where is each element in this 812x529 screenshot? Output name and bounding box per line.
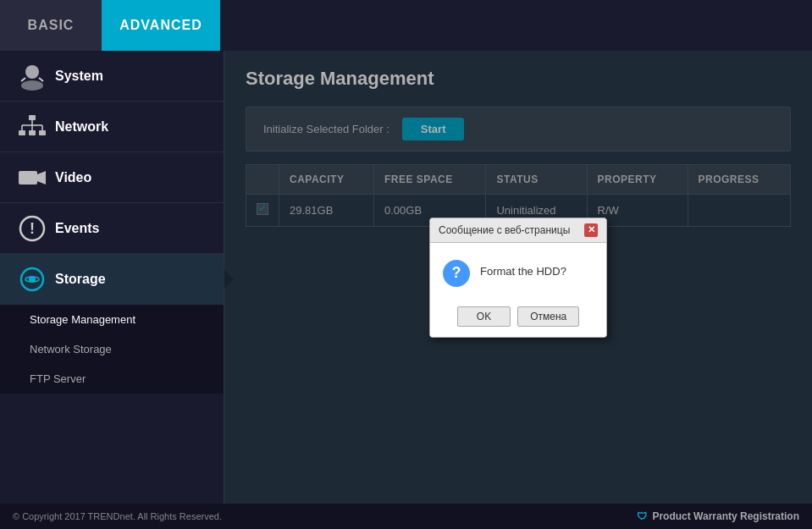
sidebar-item-events[interactable]: ! Events — [0, 203, 224, 254]
submenu-ftp-server[interactable]: FTP Server — [0, 364, 224, 394]
svg-rect-7 — [39, 130, 46, 135]
main-layout: System Network — [0, 51, 812, 504]
sidebar-item-video[interactable]: Video — [0, 152, 224, 203]
sidebar-item-system[interactable]: System — [0, 51, 224, 102]
svg-rect-6 — [29, 130, 36, 135]
footer: © Copyright 2017 TRENDnet. All Rights Re… — [0, 504, 812, 529]
modal-title-bar: Сообщение с веб-страницы ✕ — [430, 218, 606, 243]
svg-line-3 — [39, 78, 43, 81]
modal-body: ? Format the HDD? — [430, 243, 606, 300]
tab-advanced[interactable]: ADVANCED — [102, 0, 220, 51]
sidebar: System Network — [0, 51, 224, 504]
modal-title: Сообщение с веб-страницы — [439, 224, 570, 236]
svg-rect-4 — [29, 115, 36, 120]
modal-cancel-button[interactable]: Отмена — [517, 306, 579, 327]
modal-dialog: Сообщение с веб-страницы ✕ ? Format the … — [429, 218, 607, 338]
footer-warranty[interactable]: 🛡 Product Warranty Registration — [637, 510, 799, 522]
svg-marker-14 — [37, 171, 46, 185]
video-icon — [13, 158, 51, 196]
events-icon: ! — [13, 209, 51, 247]
footer-copyright: © Copyright 2017 TRENDnet. All Rights Re… — [13, 511, 222, 521]
modal-footer: OK Отмена — [430, 300, 606, 337]
modal-question-icon: ? — [443, 260, 470, 287]
modal-close-button[interactable]: ✕ — [584, 223, 598, 237]
submenu-storage-management[interactable]: Storage Management — [0, 305, 224, 334]
sidebar-item-network[interactable]: Network — [0, 102, 224, 152]
svg-point-0 — [25, 65, 39, 79]
sidebar-system-label: System — [55, 69, 103, 84]
footer-warranty-text: Product Warranty Registration — [652, 510, 799, 522]
svg-line-2 — [21, 78, 25, 81]
svg-rect-13 — [19, 171, 37, 185]
sidebar-storage-label: Storage — [55, 272, 106, 287]
sidebar-item-storage[interactable]: Storage — [0, 254, 224, 305]
submenu-network-storage[interactable]: Network Storage — [0, 334, 224, 364]
modal-ok-button[interactable]: OK — [457, 306, 511, 327]
content-area: Storage Management Initialize Selected F… — [224, 51, 812, 504]
storage-submenu: Storage Management Network Storage FTP S… — [0, 305, 224, 394]
svg-text:!: ! — [30, 220, 35, 237]
header: BASIC ADVANCED — [0, 0, 812, 51]
sidebar-network-label: Network — [55, 119, 108, 135]
sidebar-events-label: Events — [55, 221, 99, 236]
svg-point-1 — [21, 80, 43, 91]
network-icon — [13, 107, 51, 146]
modal-overlay: Сообщение с веб-страницы ✕ ? Format the … — [224, 51, 812, 504]
system-icon — [13, 57, 51, 95]
tab-basic[interactable]: BASIC — [0, 0, 102, 51]
modal-message: Format the HDD? — [480, 260, 566, 278]
shield-icon: 🛡 — [637, 510, 647, 522]
storage-icon — [13, 260, 51, 298]
svg-rect-5 — [19, 130, 25, 135]
sidebar-video-label: Video — [55, 170, 91, 185]
